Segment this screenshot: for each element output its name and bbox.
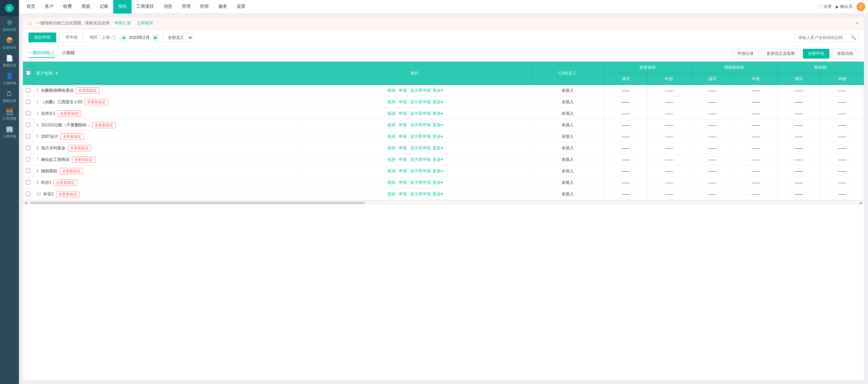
nav-customer[interactable]: 客户	[40, 0, 58, 14]
sidebar-item-geren-shenbao[interactable]: 👤 个税申报	[0, 69, 19, 87]
row-checkbox[interactable]	[26, 111, 31, 115]
op-declare-6[interactable]: 申报	[399, 157, 407, 162]
row-checkbox[interactable]	[26, 123, 31, 127]
fullscreen-button[interactable]: ⛶ 全屏	[818, 4, 832, 9]
avatar[interactable]: U	[856, 2, 865, 11]
scroll-thumb[interactable]	[30, 202, 365, 204]
op-tax-table-7[interactable]: 税表	[388, 169, 396, 173]
row-checkbox[interactable]	[26, 169, 31, 173]
nav-message[interactable]: 消息	[159, 0, 177, 14]
select-all-checkbox[interactable]	[26, 71, 31, 75]
row-checkbox-9[interactable]	[23, 189, 34, 200]
search-input[interactable]	[797, 34, 851, 41]
op-tax-table-6[interactable]: 税表	[388, 157, 396, 162]
sidebar-item-baoshui-zonlan[interactable]: 📄 报税总览	[0, 52, 19, 69]
row-checkbox[interactable]	[26, 157, 31, 162]
op-declare-5[interactable]: 申报	[399, 146, 407, 150]
row-checkbox-5[interactable]	[23, 143, 34, 154]
op-tax-table-3[interactable]: 税表	[388, 123, 396, 127]
row-checkbox-0[interactable]	[23, 85, 34, 97]
row-checkbox[interactable]	[26, 134, 31, 138]
op-more-2[interactable]: 更多▾	[433, 111, 443, 116]
op-declare-7[interactable]: 申报	[399, 169, 407, 173]
nav-operations[interactable]: 经营	[195, 0, 214, 14]
nav-settings[interactable]: 设置	[232, 0, 250, 14]
op-set-zero-3[interactable]: 设为零申报	[410, 123, 431, 127]
sidebar-item-baoshui-jilu[interactable]: 🗒 报税记录	[0, 87, 19, 105]
op-more-0[interactable]: 更多▾	[433, 88, 443, 93]
row-checkbox-3[interactable]	[23, 120, 34, 131]
tab-zero-declaration[interactable]: 零申报	[60, 33, 83, 42]
op-tax-table-4[interactable]: 税表	[388, 134, 396, 139]
sidebar-item-baoshui-shezhi[interactable]: ⚙ 报税设置	[0, 16, 19, 34]
row-checkbox[interactable]	[26, 88, 31, 92]
scroll-left-arrow[interactable]: ◀	[24, 201, 27, 205]
info-icon[interactable]: i	[111, 35, 116, 40]
op-declare-0[interactable]: 申报	[399, 88, 407, 93]
row-checkbox-4[interactable]	[23, 131, 34, 143]
banner-link2[interactable]: 立即购买	[137, 20, 153, 26]
op-set-zero-2[interactable]: 设为零申报	[410, 111, 431, 116]
op-more-4[interactable]: 更多▾	[433, 134, 443, 139]
op-set-zero-8[interactable]: 设为零申报	[410, 180, 431, 185]
op-more-6[interactable]: 更多▾	[433, 157, 443, 162]
op-set-zero-4[interactable]: 设为零申报	[410, 134, 431, 139]
op-tax-table-1[interactable]: 税表	[388, 100, 396, 104]
row-checkbox[interactable]	[26, 180, 31, 185]
nav-manage[interactable]: 管理	[177, 0, 195, 14]
update-button[interactable]: 更新统定及取数	[762, 49, 800, 59]
banner-link1[interactable]: 申报汇签	[115, 20, 131, 26]
op-tax-table-2[interactable]: 税表	[388, 111, 396, 116]
scroll-bar[interactable]: ◀ ▶	[23, 200, 864, 205]
declaration-record-button[interactable]: 申报记录	[732, 49, 759, 59]
nav-home[interactable]: 首页	[22, 0, 40, 14]
row-checkbox[interactable]	[26, 146, 31, 150]
op-tax-table-5[interactable]: 税表	[388, 146, 396, 150]
row-checkbox-1[interactable]	[23, 97, 34, 108]
op-set-zero-1[interactable]: 设为零申报	[410, 100, 431, 104]
op-set-zero-0[interactable]: 设为零申报	[410, 88, 431, 93]
op-tax-table-8[interactable]: 税表	[388, 180, 396, 185]
nav-service[interactable]: 服务	[214, 0, 232, 14]
row-checkbox[interactable]	[26, 100, 31, 104]
op-declare-3[interactable]: 申报	[399, 123, 407, 127]
op-declare-1[interactable]: 申报	[399, 100, 407, 104]
subtab-general[interactable]: 一般的纳税人	[28, 50, 55, 58]
op-declare-2[interactable]: 申报	[399, 111, 407, 116]
op-more-8[interactable]: 更多▾	[433, 180, 443, 185]
row-checkbox-7[interactable]	[23, 166, 34, 177]
op-set-zero-9[interactable]: 设为零申报	[410, 192, 431, 196]
op-set-zero-5[interactable]: 设为零申报	[410, 146, 431, 150]
nav-business-project[interactable]: 工商项目	[132, 0, 159, 14]
member-button[interactable]: ▶ 畅会员	[836, 4, 852, 9]
op-declare-4[interactable]: 申报	[399, 134, 407, 139]
op-more-3[interactable]: 更多▾	[433, 123, 443, 127]
op-declare-9[interactable]: 申报	[399, 192, 407, 196]
subtab-small-scale[interactable]: 小规模	[62, 50, 75, 58]
row-checkbox-6[interactable]	[23, 154, 34, 166]
op-more-1[interactable]: 更多▾	[433, 100, 443, 104]
scroll-right-arrow[interactable]: ▶	[860, 201, 863, 205]
tab-tax-declaration[interactable]: 税款申报	[28, 33, 56, 42]
nav-fee[interactable]: 收费	[58, 0, 77, 14]
op-more-5[interactable]: 更多▾	[433, 146, 443, 150]
next-month-button[interactable]: ▶	[152, 34, 159, 41]
sidebar-item-huisuan-qingjiao[interactable]: 🧮 汇算清缴	[0, 105, 19, 123]
search-icon[interactable]: 🔍	[851, 35, 856, 40]
nav-tax[interactable]: 报税	[113, 0, 132, 14]
banner-close-button[interactable]: ✕	[855, 21, 859, 26]
row-checkbox-8[interactable]	[23, 177, 34, 189]
op-tax-table-0[interactable]: 税表	[388, 88, 396, 93]
nav-invoice[interactable]: 票据	[77, 0, 95, 14]
collect-receipt-button[interactable]: 收取回执	[832, 49, 859, 59]
op-more-9[interactable]: 更多▾	[433, 192, 443, 196]
sidebar-item-piliang-baoshui[interactable]: 📦 批量报税	[0, 34, 19, 51]
batch-declare-button[interactable]: 批量申报	[803, 49, 829, 59]
op-set-zero-6[interactable]: 设为零申报	[410, 157, 431, 162]
sidebar-item-gongshang-nianbao[interactable]: 🏢 工商年报	[0, 123, 19, 140]
op-more-7[interactable]: 更多▾	[433, 169, 443, 173]
op-tax-table-9[interactable]: 税表	[388, 192, 396, 196]
op-declare-8[interactable]: 申报	[399, 180, 407, 185]
department-select[interactable]: 全部员工	[163, 33, 193, 42]
row-checkbox[interactable]	[26, 192, 31, 196]
